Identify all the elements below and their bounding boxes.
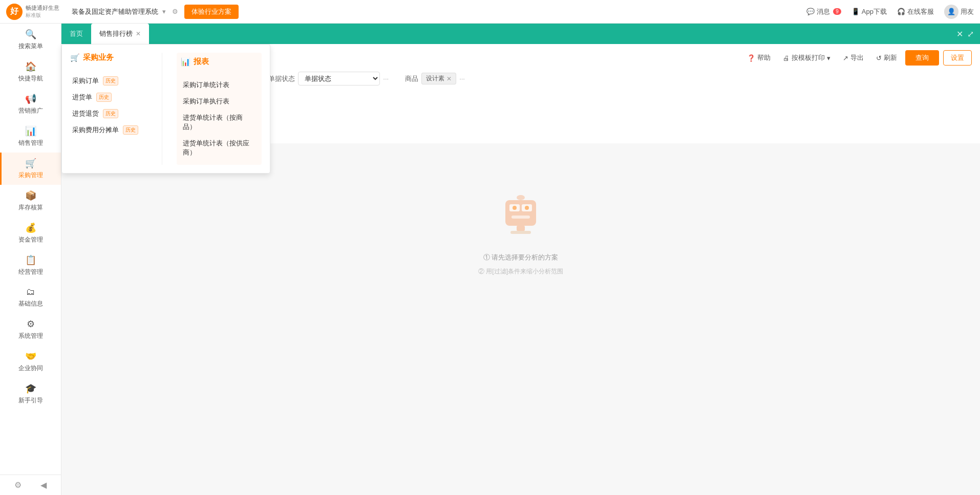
sidebar-label-search: 搜索菜单 bbox=[18, 42, 43, 51]
header-right: 💬 消息 9 📱 App下载 🎧 在线客服 👤 用友 bbox=[806, 5, 974, 19]
message-badge: 9 bbox=[833, 8, 841, 15]
sidebar-item-purchase[interactable]: 🛒 采购管理 bbox=[0, 153, 61, 185]
query-btn[interactable]: 查询 bbox=[905, 50, 939, 66]
sidebar-item-system[interactable]: ⚙ 系统管理 bbox=[0, 313, 61, 346]
message-icon: 💬 bbox=[806, 8, 815, 15]
menu-item-inbound-stat-supplier[interactable]: 进货单统计表（按供应商） bbox=[181, 135, 258, 161]
sidebar-item-quick-nav[interactable]: 🏠 快捷导航 bbox=[0, 56, 61, 88]
menu-item-purchase-order[interactable]: 采购订单 历史 bbox=[70, 73, 147, 89]
tab-maximize-icon[interactable]: ⤢ bbox=[967, 29, 974, 39]
inventory-icon: 📦 bbox=[25, 190, 36, 201]
svg-rect-3 bbox=[512, 216, 530, 219]
online-service-action[interactable]: 🎧 在线客服 bbox=[897, 7, 934, 16]
svg-rect-5 bbox=[510, 231, 531, 234]
goods-tag[interactable]: 设计素 ✕ bbox=[421, 73, 456, 84]
menu-item-purchase-order-exec[interactable]: 采购订单执行表 bbox=[181, 93, 258, 110]
goods-group: 商品 设计素 ✕ ··· bbox=[405, 73, 465, 84]
search-icon: 🔍 bbox=[25, 29, 36, 40]
tab-sales-rank[interactable]: 销售排行榜 ✕ bbox=[91, 24, 149, 44]
sidebar-settings-icon[interactable]: ⚙ bbox=[14, 480, 22, 490]
message-action[interactable]: 💬 消息 9 bbox=[806, 7, 841, 16]
tab-home-label: 首页 bbox=[70, 29, 83, 38]
history-badge-inbound: 历史 bbox=[96, 93, 112, 102]
sidebar-label-sales: 销售管理 bbox=[18, 139, 43, 147]
svg-rect-0 bbox=[505, 200, 536, 226]
set-btn[interactable]: 设置 bbox=[943, 50, 972, 66]
svg-rect-4 bbox=[517, 226, 525, 231]
report-icon: 📊 bbox=[181, 57, 190, 67]
menu-item-purchase-inbound-label: 进货单 bbox=[72, 93, 92, 102]
message-label: 消息 bbox=[817, 7, 830, 16]
export-icon: ↗ bbox=[843, 54, 848, 62]
voucher-status-label: 单据状态 bbox=[268, 74, 295, 83]
sidebar-item-marketing[interactable]: 📢 营销推广 bbox=[0, 88, 61, 120]
sidebar-item-basic[interactable]: 🗂 基础信息 bbox=[0, 282, 61, 313]
tab-bar-right: ✕ ⤢ bbox=[956, 29, 980, 39]
menu-item-purchase-expense[interactable]: 采购费用分摊单 历史 bbox=[70, 122, 147, 138]
history-badge-purchase-order: 历史 bbox=[103, 76, 118, 85]
export-btn[interactable]: ↗ 导出 bbox=[839, 51, 868, 64]
menu-item-purchase-return-label: 进货退货 bbox=[72, 109, 99, 118]
tab-close-all-icon[interactable]: ✕ bbox=[956, 29, 963, 39]
system-dropdown-icon[interactable]: ▾ bbox=[162, 8, 166, 15]
export-label: 导出 bbox=[850, 53, 864, 62]
sidebar-collapse-icon[interactable]: ◀ bbox=[40, 480, 47, 490]
online-service-label: 在线客服 bbox=[907, 7, 934, 16]
goods-tag-remove[interactable]: ✕ bbox=[446, 75, 452, 82]
sidebar-item-inventory[interactable]: 📦 库存核算 bbox=[0, 185, 61, 217]
menu-item-inbound-stat-goods[interactable]: 进货单统计表（按商品） bbox=[181, 110, 258, 135]
user-label: 用友 bbox=[961, 7, 974, 16]
purchase-business-title: 采购业务 bbox=[83, 53, 114, 62]
purchase-business-column: 🛒 采购业务 采购订单 历史 进货单 历史 进货退货 历史 采购费用分摊单 历史 bbox=[70, 53, 147, 165]
sidebar-bottom: ⚙ ◀ bbox=[0, 475, 61, 495]
refresh-icon: ↺ bbox=[876, 54, 882, 62]
empty-hint2: ② 用[过滤]条件来缩小分析范围 bbox=[478, 267, 563, 276]
goods-tag-text: 设计素 bbox=[426, 74, 444, 83]
menu-item-purchase-order-stat-label: 采购订单统计表 bbox=[183, 80, 229, 90]
tab-home[interactable]: 首页 bbox=[61, 24, 91, 44]
goods-dots[interactable]: ··· bbox=[459, 75, 465, 82]
home-icon: 🏠 bbox=[25, 61, 36, 72]
sidebar-item-guide[interactable]: 🎓 新手引导 bbox=[0, 378, 61, 410]
empty-hint1: ① 请先选择要分析的方案 bbox=[483, 253, 559, 262]
sidebar-item-search[interactable]: 🔍 搜索菜单 bbox=[0, 24, 61, 56]
system-title: 装备及固定资产辅助管理系统 bbox=[72, 7, 158, 16]
system-title-area: 装备及固定资产辅助管理系统 ▾ ⚙ bbox=[72, 7, 178, 16]
sidebar-item-finance[interactable]: 💰 资金管理 bbox=[0, 217, 61, 249]
print-label: 按模板打印 bbox=[792, 53, 825, 62]
menu-item-purchase-order-stat[interactable]: 采购订单统计表 bbox=[181, 77, 258, 93]
voucher-status-dots[interactable]: ··· bbox=[383, 75, 389, 82]
finance-icon: 💰 bbox=[25, 222, 36, 233]
print-btn[interactable]: 🖨 按模板打印 ▾ bbox=[779, 51, 835, 64]
logo-badge: 标准版 bbox=[26, 12, 59, 19]
sidebar-label-operations: 经营管理 bbox=[18, 268, 43, 276]
print-dropdown-icon[interactable]: ▾ bbox=[827, 54, 830, 62]
user-action[interactable]: 👤 用友 bbox=[944, 5, 974, 19]
svg-point-7 bbox=[525, 206, 529, 210]
menu-item-purchase-return[interactable]: 进货退货 历史 bbox=[70, 105, 147, 122]
help-btn[interactable]: ❓ 帮助 bbox=[743, 51, 775, 64]
empty-illustration bbox=[490, 185, 551, 248]
marketing-icon: 📢 bbox=[25, 93, 36, 104]
sidebar-label-marketing: 营销推广 bbox=[18, 106, 43, 115]
purchase-business-header: 🛒 采购业务 bbox=[70, 53, 147, 67]
sidebar-label-quick-nav: 快捷导航 bbox=[18, 74, 43, 83]
print-icon: 🖨 bbox=[783, 54, 790, 62]
app-download-action[interactable]: 📱 App下载 bbox=[851, 7, 887, 16]
active-indicator bbox=[0, 153, 2, 185]
menu-item-inbound-stat-goods-label: 进货单统计表（按商品） bbox=[183, 113, 256, 132]
svg-point-6 bbox=[513, 206, 517, 210]
voucher-status-select[interactable]: 单据状态 bbox=[298, 72, 380, 85]
sidebar-item-sales[interactable]: 📊 销售管理 bbox=[0, 120, 61, 153]
sidebar-item-enterprise[interactable]: 🤝 企业协同 bbox=[0, 346, 61, 378]
industry-btn[interactable]: 体验行业方案 bbox=[184, 5, 239, 19]
svg-point-8 bbox=[517, 195, 525, 200]
report-title: 报表 bbox=[194, 57, 209, 67]
refresh-btn[interactable]: ↺ 刷新 bbox=[872, 51, 901, 64]
menu-item-purchase-inbound[interactable]: 进货单 历史 bbox=[70, 89, 147, 105]
report-header: 📊 报表 bbox=[181, 57, 258, 71]
sidebar-label-finance: 资金管理 bbox=[18, 235, 43, 244]
sidebar-item-operations[interactable]: 📋 经营管理 bbox=[0, 249, 61, 282]
tab-close-icon[interactable]: ✕ bbox=[136, 30, 141, 37]
settings-icon[interactable]: ⚙ bbox=[172, 8, 178, 15]
